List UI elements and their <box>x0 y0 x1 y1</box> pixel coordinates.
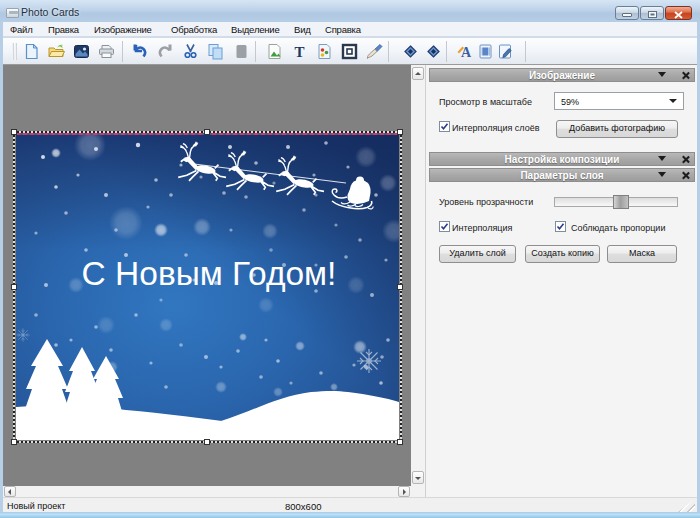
svg-text:T: T <box>294 44 304 60</box>
svg-text:С Новым Годом!: С Новым Годом! <box>82 255 337 292</box>
